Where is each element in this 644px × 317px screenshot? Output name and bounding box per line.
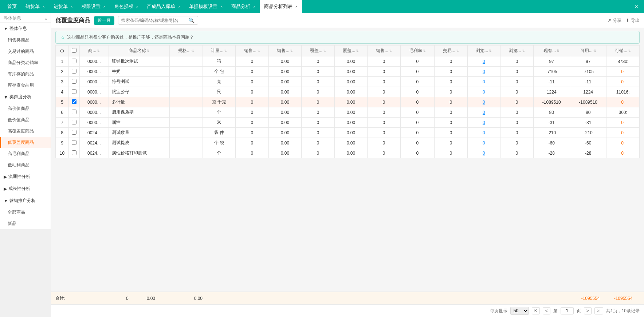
row-checkbox-7[interactable]: [69, 128, 80, 138]
nav-permission-settings-close[interactable]: ×: [103, 5, 106, 9]
sidebar-item-traded-products[interactable]: 交易过的商品: [0, 46, 51, 57]
row-browse1-9[interactable]: 0: [467, 148, 500, 158]
prev-page-btn[interactable]: <: [543, 307, 550, 314]
row-salable-2: 0:: [606, 77, 640, 87]
row-sales-amt-7: 0.00: [268, 128, 301, 138]
nav-purchase-order-close[interactable]: ×: [71, 5, 73, 9]
row-checkbox-4[interactable]: [69, 97, 80, 107]
row-checkbox-0[interactable]: [69, 56, 80, 67]
total-bar: 合计: 0 0.00 0.00 -1095554 -1095554: [51, 292, 644, 304]
row-current-stock-3: 1224: [533, 87, 570, 97]
row-checkbox-5[interactable]: [69, 107, 80, 118]
col-settings[interactable]: ⚙: [56, 45, 69, 56]
sidebar-item-new-products[interactable]: 新品: [0, 218, 51, 229]
nav-sales-order[interactable]: 销货单 ×: [21, 0, 49, 13]
sidebar-item-low-margin[interactable]: 低毛利商品: [0, 159, 51, 171]
row-unit-9: 个: [203, 148, 235, 158]
share-icon: ↗: [608, 18, 611, 23]
sidebar-item-low-value[interactable]: 低价值商品: [0, 114, 51, 126]
sidebar-group-liquidity[interactable]: ▶ 流通性分析: [0, 171, 51, 183]
sidebar-group-overall[interactable]: ▼ 整体信息: [0, 23, 51, 35]
nav-purchase-order[interactable]: 进货单 ×: [49, 0, 77, 13]
sidebar-group-freshness-items: 高价值商品 低价值商品 高覆盖度商品 低覆盖度商品 高毛利商品 低毛利商品: [0, 103, 51, 171]
sidebar-item-category-rate[interactable]: 商品分类动销率: [0, 57, 51, 68]
sidebar-item-sales-products[interactable]: 销售类商品: [0, 35, 51, 46]
row-coverage1-3: 0: [302, 87, 334, 97]
row-code-8: 0024...: [80, 138, 109, 148]
export-button[interactable]: ⬇ 导出: [626, 17, 640, 24]
nav-permission-settings[interactable]: 权限设置 ×: [77, 0, 110, 13]
row-gross-margin-3: 0: [400, 87, 434, 97]
nav-product-analysis[interactable]: 商品分析 ×: [227, 0, 260, 13]
row-browse1-4[interactable]: 0: [467, 97, 500, 107]
row-code-5: 0000...: [80, 107, 109, 118]
sidebar-item-high-margin[interactable]: 高毛利商品: [0, 148, 51, 159]
row-coverage2-6: 0.00: [334, 118, 367, 128]
search-input[interactable]: [121, 18, 187, 23]
nav-finished-goods[interactable]: 产成品入库单 ×: [142, 0, 185, 13]
nav-template-settings[interactable]: 单据模板设置 ×: [185, 0, 227, 13]
sidebar-collapse-btn[interactable]: «: [44, 16, 47, 21]
sidebar-item-high-value[interactable]: 高价值商品: [0, 103, 51, 114]
row-checkbox-9[interactable]: [69, 148, 80, 158]
row-browse1-1[interactable]: 0: [467, 67, 500, 77]
period-button[interactable]: 近一月: [94, 16, 114, 25]
last-page-btn[interactable]: >|: [594, 307, 603, 314]
row-current-stock-9: -28: [533, 148, 570, 158]
search-icon[interactable]: 🔍: [188, 17, 195, 23]
row-sales-amt-6: 0.00: [268, 118, 301, 128]
nav-product-analysis-list-close[interactable]: ×: [295, 5, 298, 9]
row-code-7: 0024...: [80, 128, 109, 138]
row-trade-0: 0: [435, 56, 467, 67]
row-code-0: 0000...: [80, 56, 109, 67]
nav-role-auth-close[interactable]: ×: [136, 5, 138, 9]
nav-home[interactable]: 首页: [3, 0, 21, 13]
row-gross-margin-1: 0: [400, 67, 434, 77]
page-input[interactable]: [561, 307, 574, 314]
row-browse1-0[interactable]: 0: [467, 56, 500, 67]
row-browse2-3: 0: [500, 87, 533, 97]
row-spec-5: [170, 107, 203, 118]
row-browse2-6: 0: [500, 118, 533, 128]
settings-icon[interactable]: ⚙: [60, 48, 64, 54]
sidebar-item-high-coverage[interactable]: 高覆盖度商品: [0, 126, 51, 137]
row-current-stock-6: -31: [533, 118, 570, 128]
sidebar-group-growth[interactable]: ▶ 成长性分析: [0, 183, 51, 195]
table-container[interactable]: ⚙ 商...⇅ 商品名称⇅ 规格...⇅ 计量...⇅ 销售...⇅ 销售...…: [55, 45, 640, 292]
nav-template-settings-close[interactable]: ×: [220, 5, 223, 9]
first-page-btn[interactable]: K: [532, 307, 540, 314]
close-all-tabs[interactable]: ×: [632, 3, 641, 10]
row-sales-amt-4: 0.00: [268, 97, 301, 107]
nav-product-analysis-close[interactable]: ×: [253, 5, 255, 9]
row-browse1-6[interactable]: 0: [467, 118, 500, 128]
sidebar-item-stock-products[interactable]: 有库存的商品: [0, 68, 51, 80]
row-coverage2-8: 0.00: [334, 138, 367, 148]
row-checkbox-6[interactable]: [69, 118, 80, 128]
row-browse1-8[interactable]: 0: [467, 138, 500, 148]
col-checkbox-header[interactable]: [69, 45, 80, 56]
nav-product-analysis-list[interactable]: 商品分析列表 ×: [260, 0, 302, 13]
select-all-checkbox[interactable]: [72, 48, 76, 53]
sidebar-item-all-products[interactable]: 全部商品: [0, 207, 51, 218]
share-button[interactable]: ↗ 分享: [608, 17, 621, 24]
sidebar-item-low-coverage[interactable]: 低覆盖度商品: [0, 137, 51, 148]
row-checkbox-8[interactable]: [69, 138, 80, 148]
sidebar-item-stock-capital[interactable]: 库存资金占用: [0, 80, 51, 91]
row-unit-2: 克: [203, 77, 235, 87]
row-code-2: 0000...: [80, 77, 109, 87]
sidebar-group-freshness[interactable]: ▼ 类鲜度分析: [0, 91, 51, 103]
sidebar-group-marketing[interactable]: ▼ 营销推广分析: [0, 195, 51, 207]
row-name-3: 眼宝公仔: [109, 87, 170, 97]
nav-finished-goods-close[interactable]: ×: [178, 5, 180, 9]
row-browse1-7[interactable]: 0: [467, 128, 500, 138]
page-size-select[interactable]: 50 100 200: [510, 307, 529, 315]
nav-sales-order-close[interactable]: ×: [43, 5, 45, 9]
row-checkbox-2[interactable]: [69, 77, 80, 87]
row-browse1-5[interactable]: 0: [467, 107, 500, 118]
row-browse1-3[interactable]: 0: [467, 87, 500, 97]
row-checkbox-3[interactable]: [69, 87, 80, 97]
row-browse1-2[interactable]: 0: [467, 77, 500, 87]
nav-role-auth[interactable]: 角色授权 ×: [110, 0, 143, 13]
row-checkbox-1[interactable]: [69, 67, 80, 77]
next-page-btn[interactable]: >: [584, 307, 592, 314]
